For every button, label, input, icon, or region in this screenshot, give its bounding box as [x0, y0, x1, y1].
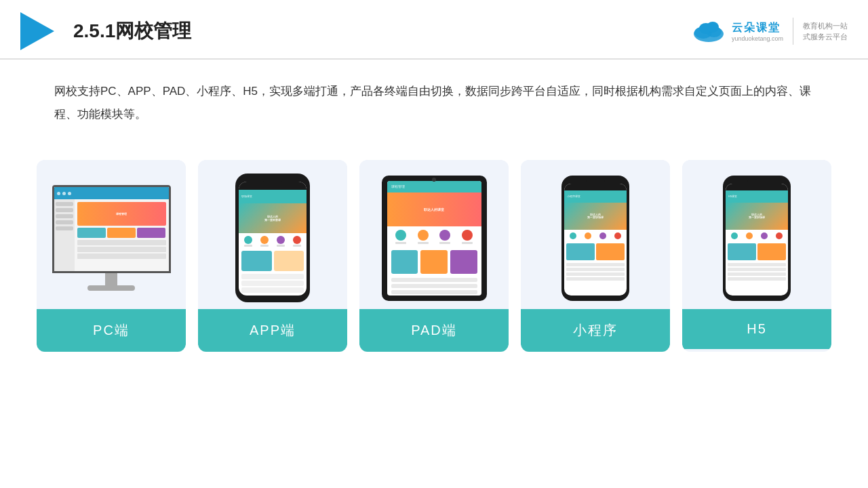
brand-cloud-icon [691, 19, 726, 43]
card-pad-image: 课程管理 职达人的课堂 [359, 160, 509, 309]
h5-phone-mockup: H5课堂 职达人的 第一堂职场课 [723, 176, 791, 301]
brand-divider [793, 18, 793, 45]
header: 2.5.1网校管理 云朵课堂 yunduoketang.com 教育机构一站 式… [0, 0, 868, 60]
h5-phone-notch [747, 179, 766, 182]
cards-container: 课程管理 [0, 140, 868, 352]
brand-top: 云朵课堂 yunduoketang.com 教育机构一站 式服务云平台 [691, 18, 848, 45]
card-h5: H5课堂 职达人的 第一堂职场课 [682, 160, 831, 352]
svg-point-4 [707, 22, 719, 33]
phone-screen: 职场课堂 职达人的 第一堂科普课 [239, 182, 307, 296]
brand-name: 云朵课堂 [732, 21, 783, 35]
brand-text-block: 云朵课堂 yunduoketang.com [732, 21, 783, 42]
card-pad: 课程管理 职达人的课堂 [359, 160, 509, 352]
card-app: 职场课堂 职达人的 第一堂科普课 [198, 160, 347, 352]
phone-notch [262, 178, 283, 182]
card-pc-label: PC端 [37, 309, 186, 352]
card-miniprogram-image: 小程序课堂 职达人的 第一堂职场课 [521, 160, 670, 309]
brand-tagline: 教育机构一站 式服务云平台 [803, 20, 848, 43]
h5-phone-screen: H5课堂 职达人的 第一堂职场课 [726, 184, 788, 296]
card-app-label: APP端 [198, 309, 347, 352]
tablet-camera [432, 178, 436, 182]
miniprogram-phone-mockup: 小程序课堂 职达人的 第一堂职场课 [561, 176, 629, 301]
card-pad-label: PAD端 [359, 309, 509, 352]
card-miniprogram: 小程序课堂 职达人的 第一堂职场课 [521, 160, 670, 352]
card-h5-label: H5 [682, 309, 831, 349]
logo-triangle-icon [20, 12, 54, 50]
page-title: 2.5.1网校管理 [73, 18, 191, 44]
brand-url: yunduoketang.com [732, 35, 783, 42]
pc-monitor-mockup: 课程管理 [52, 185, 171, 291]
pad-tablet-mockup: 课程管理 职达人的课堂 [382, 176, 487, 301]
mini-phone-screen: 小程序课堂 职达人的 第一堂职场课 [564, 184, 627, 296]
card-miniprogram-label: 小程序 [521, 309, 670, 352]
header-left: 2.5.1网校管理 [20, 12, 191, 50]
monitor-screen: 课程管理 [52, 185, 171, 273]
card-app-image: 职场课堂 职达人的 第一堂科普课 [198, 160, 347, 309]
card-h5-image: H5课堂 职达人的 第一堂职场课 [682, 160, 831, 309]
brand-section: 云朵课堂 yunduoketang.com 教育机构一站 式服务云平台 [691, 18, 848, 45]
tablet-screen: 课程管理 职达人的课堂 [387, 181, 481, 296]
description-text: 网校支持PC、APP、PAD、小程序、H5，实现多端打通，产品各终端自由切换，数… [0, 60, 868, 133]
card-pc: 课程管理 [37, 160, 186, 352]
card-pc-image: 课程管理 [37, 160, 186, 309]
app-phone-mockup: 职场课堂 职达人的 第一堂科普课 [235, 174, 310, 302]
mini-phone-notch [586, 179, 605, 182]
